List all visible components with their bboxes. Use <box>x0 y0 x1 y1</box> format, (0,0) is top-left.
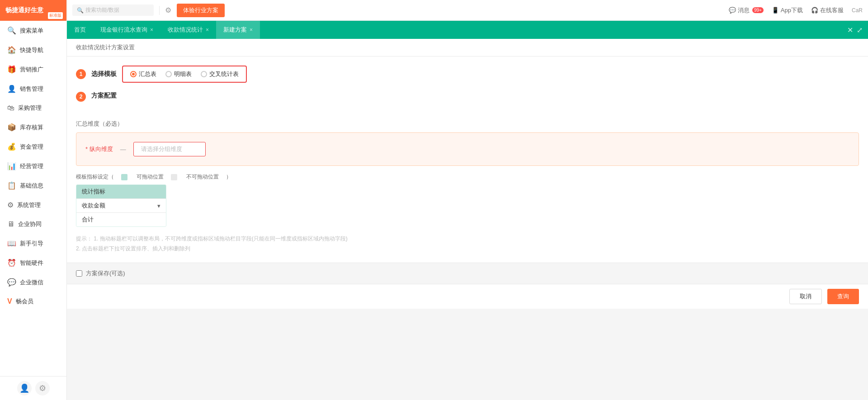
form-section: 1 选择模板 汇总表 明细表 交叉统计表 <box>67 56 868 120</box>
tab-close-btn[interactable]: ✕ <box>847 26 853 34</box>
trial-button[interactable]: 体验行业方案 <box>177 4 225 17</box>
metrics-table-header: 统计指标 <box>76 185 166 198</box>
notification-label: 消息 <box>738 6 750 14</box>
page-title: 收款情况统计方案设置 <box>76 44 135 51</box>
template-selection-box: 汇总表 明细表 交叉统计表 <box>122 66 247 83</box>
radio-detail[interactable]: 明细表 <box>165 70 192 78</box>
chat-icon: 💬 <box>7 278 16 287</box>
download-label: App下载 <box>781 6 803 14</box>
sidebar-item-home[interactable]: 🏠 快捷导航 <box>0 40 66 60</box>
metrics-label-suffix: ） <box>226 173 231 181</box>
radio-cross[interactable]: 交叉统计表 <box>201 70 239 78</box>
settings-icon[interactable]: ⚙ <box>165 6 171 14</box>
sidebar-item-label: 系统管理 <box>17 201 41 209</box>
service-item[interactable]: 🎧 在线客服 <box>811 6 844 14</box>
sidebar: 畅捷通好生意 标准版 🔍 搜索菜单 🏠 快捷导航 🎁 营销推广 👤 销售管理 🛍… <box>0 0 67 400</box>
sidebar-item-basic[interactable]: 📋 基础信息 <box>0 176 66 195</box>
sidebar-item-member[interactable]: V 畅会员 <box>0 292 66 311</box>
topbar: 🔍 搜索功能/数据 ⚙ 体验行业方案 💬 消息 99+ 📱 App下载 🎧 在线… <box>67 0 868 21</box>
settings-bottom-icon[interactable]: ⚙ <box>35 381 50 395</box>
logo-badge: 标准版 <box>48 12 63 19</box>
radio-dot-summary <box>130 71 137 77</box>
dimension-area: * 纵向维度 — 请选择分组维度 <box>76 132 859 166</box>
tab-bank-label: 现金银行流水查询 <box>100 26 147 34</box>
tab-bank[interactable]: 现金银行流水查询 × <box>93 21 160 39</box>
sidebar-item-label: 企业微信 <box>20 278 43 287</box>
tab-expand-btn[interactable]: ⤢ <box>857 26 863 34</box>
tab-new-plan[interactable]: 新建方案 × <box>216 21 260 39</box>
tab-right-buttons: ✕ ⤢ <box>847 26 868 34</box>
logo-text: 畅捷通好生意 <box>5 6 43 14</box>
metrics-section-title: 模板指标设定（ <box>76 173 114 181</box>
sidebar-item-sales[interactable]: 👤 销售管理 <box>0 79 66 99</box>
query-button[interactable]: 查询 <box>827 289 859 304</box>
step1-row: 1 选择模板 汇总表 明细表 交叉统计表 <box>76 66 859 83</box>
sidebar-item-wechat[interactable]: 💬 企业微信 <box>0 273 66 292</box>
money-icon: 💰 <box>7 142 16 151</box>
sidebar-item-management[interactable]: 📊 经营管理 <box>0 156 66 176</box>
search-icon: 🔍 <box>77 7 84 14</box>
user-name[interactable]: CaR <box>852 7 863 14</box>
user-avatar-icon[interactable]: 👤 <box>17 381 32 395</box>
tabbar: 首页 现金银行流水查询 × 收款情况统计 × 新建方案 × ✕ ⤢ <box>67 21 868 39</box>
sidebar-item-enterprise[interactable]: 🖥 企业协同 <box>0 215 66 234</box>
sidebar-item-search[interactable]: 🔍 搜索菜单 <box>0 21 66 40</box>
sidebar-item-label: 新手引导 <box>20 240 43 248</box>
metrics-cell-amount[interactable]: 收款金额 ▾ <box>76 198 166 212</box>
sidebar-item-guide[interactable]: 📖 新手引导 <box>0 234 66 253</box>
gear-icon: ⚙ <box>7 201 14 209</box>
tab-home[interactable]: 首页 <box>67 21 93 39</box>
dimension-select[interactable]: 请选择分组维度 <box>133 142 206 156</box>
notification-badge: 99+ <box>752 7 764 13</box>
tab-new-plan-close[interactable]: × <box>250 27 253 33</box>
tab-bank-close[interactable]: × <box>150 27 153 33</box>
sidebar-item-marketing[interactable]: 🎁 营销推广 <box>0 60 66 79</box>
cancel-button[interactable]: 取消 <box>789 289 822 304</box>
step2-row: 2 方案配置 <box>76 92 859 102</box>
content-area: 收款情况统计方案设置 1 选择模板 汇总表 明细表 <box>67 39 868 400</box>
service-label: 在线客服 <box>820 6 844 14</box>
sidebar-bottom: 👤 ⚙ <box>0 376 66 400</box>
clipboard-icon: 📋 <box>7 181 16 190</box>
dimension-title: 汇总维度（必选） <box>76 120 859 128</box>
book-icon: 📖 <box>7 239 16 248</box>
clock-icon: ⏰ <box>7 259 16 267</box>
tip1: 提示： 1. 拖动标题栏可以调整布局，不可跨维度或指标区域拖动栏目字段(只能在同… <box>76 234 859 244</box>
gift-icon: 🎁 <box>7 65 16 74</box>
sidebar-item-purchase[interactable]: 🛍 采购管理 <box>0 99 66 118</box>
bag-icon: 🛍 <box>7 104 14 112</box>
sidebar-item-label: 智能硬件 <box>20 259 43 267</box>
home-icon: 🏠 <box>7 46 16 54</box>
download-item[interactable]: 📱 App下载 <box>772 6 803 14</box>
sidebar-item-label: 采购管理 <box>18 104 42 112</box>
sidebar-item-label: 企业协同 <box>18 220 42 228</box>
metrics-cell-total: 合计 <box>76 212 166 226</box>
search-icon: 🔍 <box>7 26 16 35</box>
sidebar-item-hardware[interactable]: ⏰ 智能硬件 <box>0 253 66 273</box>
step2-title: 方案配置 <box>91 92 117 100</box>
tab-receipt[interactable]: 收款情况统计 × <box>160 21 216 39</box>
sidebar-item-label: 资金管理 <box>20 143 43 151</box>
tip2: 2. 点击标题栏下拉可设置排序、插入列和删除列 <box>76 244 859 254</box>
radio-detail-label: 明细表 <box>174 70 192 78</box>
sidebar-item-inventory[interactable]: 📦 库存核算 <box>0 118 66 137</box>
sidebar-item-label: 销售管理 <box>20 85 43 93</box>
sidebar-item-finance[interactable]: 💰 资金管理 <box>0 137 66 156</box>
footer-bar: 取消 查询 <box>67 284 868 309</box>
tab-receipt-close[interactable]: × <box>206 27 209 33</box>
metrics-section: 模板指标设定（ 可拖动位置 不可拖动位置 ） 统计指标 收款金额 ▾ <box>76 173 859 227</box>
search-box[interactable]: 🔍 搜索功能/数据 <box>72 5 154 16</box>
sidebar-item-label: 经营管理 <box>20 162 43 170</box>
notification-item[interactable]: 💬 消息 99+ <box>729 6 764 14</box>
sidebar-item-system[interactable]: ⚙ 系统管理 <box>0 195 66 215</box>
step2-num: 2 <box>76 92 86 102</box>
vip-icon: V <box>7 297 12 306</box>
topbar-divider <box>159 6 160 15</box>
radio-summary[interactable]: 汇总表 <box>130 70 156 78</box>
main-area: 🔍 搜索功能/数据 ⚙ 体验行业方案 💬 消息 99+ 📱 App下载 🎧 在线… <box>67 0 868 400</box>
save-checkbox[interactable] <box>76 270 82 277</box>
dimension-arrow: — <box>120 146 126 153</box>
dropdown-icon[interactable]: ▾ <box>157 202 160 209</box>
box-icon: 📦 <box>7 123 16 132</box>
sidebar-item-label: 快捷导航 <box>20 46 43 54</box>
